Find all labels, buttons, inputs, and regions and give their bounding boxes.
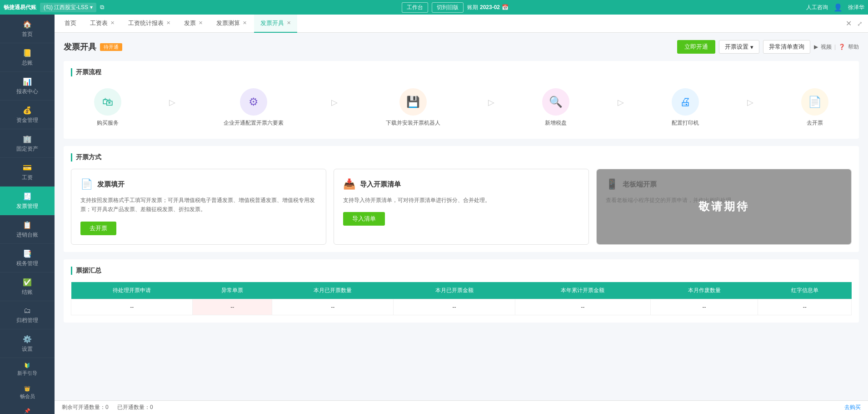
summary-col-1: 异常单票 <box>193 282 272 299</box>
sidebar-pin-button[interactable]: 📌 取消固定 <box>0 404 55 414</box>
close-all-icon[interactable]: ✕ <box>844 19 853 28</box>
method-header-2: 📱 老板端开票 <box>606 178 842 190</box>
sidebar-label: 报表中心 <box>16 88 38 96</box>
tab-工资表[interactable]: 工资表✕ <box>84 15 121 33</box>
tab-首页[interactable]: 首页 <box>58 15 83 33</box>
sidebar-item-总账[interactable]: 📒总账 <box>0 43 55 72</box>
method-icon-2: 📱 <box>606 178 618 190</box>
video-icon: ▶ <box>814 44 818 50</box>
tab-label: 发票开具 <box>260 19 284 27</box>
member-icon: 👑 <box>24 386 30 392</box>
tab-close-icon[interactable]: ✕ <box>166 20 170 26</box>
method-btn-1[interactable]: 导入清单 <box>343 212 385 226</box>
old-version-button[interactable]: 切到旧版 <box>432 2 464 13</box>
sidebar-item-归档管理[interactable]: 🗂归档管理 <box>0 301 55 329</box>
method-desc-0: 支持按照发票格式手工填写开发票；可开具增值税电子普通发票、增值税普通发票、增值税… <box>80 196 317 214</box>
sidebar-item-设置[interactable]: ⚙️设置 <box>0 329 55 358</box>
tab-bar: 首页工资表✕工资统计报表✕发票✕发票测算✕发票开具✕ ✕ ⤢ <box>55 15 868 33</box>
pin-icon: 📌 <box>24 408 30 414</box>
question-icon: ❓ <box>838 44 845 50</box>
step-label-3: 新增税盘 <box>545 119 567 127</box>
sidebar-icon-进销台账: 📋 <box>23 221 32 229</box>
sidebar-item-new-guide[interactable]: 🔰 新手引导 <box>0 358 55 381</box>
step-1: ⚙ 企业开通配置开票六要素 <box>224 88 284 127</box>
sidebar-label: 首页 <box>22 30 33 38</box>
step-icon-1: ⚙ <box>240 88 267 116</box>
status-badge: 待开通 <box>100 43 122 51</box>
method-icon-0: 📄 <box>80 178 93 190</box>
tab-发票测算[interactable]: 发票测算✕ <box>210 15 253 33</box>
sidebar-item-工资[interactable]: 💳工资 <box>0 158 55 187</box>
step-5: 📄 去开票 <box>801 88 828 127</box>
sidebar-item-报表中心[interactable]: 📊报表中心 <box>0 72 55 101</box>
sidebar-label: 总账 <box>22 59 33 67</box>
settings-button[interactable]: 开票设置 ▾ <box>719 40 759 54</box>
summary-section: 票据汇总 待处理开票申请异常单票本月已开票数量本月已开票金额本年累计开票金额本月… <box>64 259 859 323</box>
username[interactable]: 徐泽华 <box>848 4 864 11</box>
step-icon-0: 🛍 <box>94 88 121 116</box>
view-label[interactable]: 视频 <box>821 43 832 51</box>
workspace-button[interactable]: 工作台 <box>402 2 428 13</box>
step-arrow-4: ▷ <box>745 97 755 107</box>
sidebar-icon-首页: 🏠 <box>23 20 32 29</box>
calendar-icon[interactable]: 📅 <box>502 4 509 10</box>
tab-close-icon[interactable]: ✕ <box>110 20 115 26</box>
method-btn-0[interactable]: 去开票 <box>80 222 116 235</box>
step-arrow-1: ▷ <box>329 97 339 107</box>
method-title-0: 发票填开 <box>97 180 125 189</box>
company-selector[interactable]: (勾) 江西股宝-LSS ▾ <box>40 3 96 12</box>
sidebar-label: 固定资产 <box>16 145 38 153</box>
tab-发票开具[interactable]: 发票开具✕ <box>254 15 297 33</box>
sidebar-label: 进销台账 <box>16 231 38 239</box>
customer-service-link[interactable]: 人工咨询 <box>806 4 828 11</box>
summary-col-6: 红字信息单 <box>758 282 852 299</box>
restore-icon[interactable]: ⤢ <box>855 20 864 27</box>
sidebar-item-发票管理[interactable]: 🧾发票管理 <box>0 187 55 215</box>
separator: | <box>834 44 836 50</box>
buy-link[interactable]: 去购买 <box>844 404 861 411</box>
abnormal-query-button[interactable]: 异常清单查询 <box>763 40 810 54</box>
step-icon-3: 🔍 <box>542 88 569 116</box>
summary-cell-5: -- <box>650 299 758 315</box>
sidebar-icon-资金管理: 💰 <box>23 106 32 115</box>
tab-工资统计报表[interactable]: 工资统计报表✕ <box>122 15 177 33</box>
sidebar-item-结账[interactable]: ✅结账 <box>0 273 55 301</box>
sidebar-item-税务管理[interactable]: 📑税务管理 <box>0 244 55 273</box>
method-title-1: 导入开票清单 <box>360 180 401 189</box>
copy-icon[interactable]: ⧉ <box>100 4 104 11</box>
sidebar-label: 发票管理 <box>16 202 38 210</box>
page-header: 发票开具 待开通 立即开通 开票设置 ▾ 异常清单查询 ▶ 视频 | ❓ <box>64 40 859 54</box>
step-label-2: 下载并安装开票机器人 <box>386 119 440 127</box>
sidebar-item-首页[interactable]: 🏠首页 <box>0 15 55 43</box>
sidebar-item-资金管理[interactable]: 💰资金管理 <box>0 101 55 129</box>
summary-cell-0: -- <box>71 299 193 315</box>
help-label[interactable]: 帮助 <box>848 43 859 51</box>
tab-发票[interactable]: 发票✕ <box>178 15 209 33</box>
immediate-open-button[interactable]: 立即开通 <box>677 40 715 54</box>
member-label: 畅会员 <box>20 393 35 400</box>
period-label: 账期 <box>467 4 478 11</box>
summary-table: 待处理开票申请异常单票本月已开票数量本月已开票金额本年累计开票金额本月作废数量红… <box>71 282 852 315</box>
tab-close-icon[interactable]: ✕ <box>243 20 247 26</box>
top-bar-left: 畅捷通易代账 (勾) 江西股宝-LSS ▾ ⧉ <box>4 3 104 12</box>
method-title-2: 老板端开票 <box>623 180 657 189</box>
tab-close-icon[interactable]: ✕ <box>199 20 203 26</box>
step-icon-5: 📄 <box>801 88 828 116</box>
tab-label: 首页 <box>65 19 76 27</box>
sidebar-item-member[interactable]: 👑 畅会员 <box>0 381 55 404</box>
step-icon-4: 🖨 <box>672 88 699 116</box>
app-logo: 畅捷通易代账 <box>4 4 36 11</box>
bottom-bar: 剩余可开通数量：0 已开通数量：0 去购买 <box>55 400 868 414</box>
guide-icon: 🔰 <box>24 363 30 369</box>
method-desc-1: 支持导入待开票清单，可对待开票清单进行拆分、合并处理。 <box>343 196 579 205</box>
main-content-area: 首页工资表✕工资统计报表✕发票✕发票测算✕发票开具✕ ✕ ⤢ 发票开具 待开通 … <box>55 15 868 414</box>
sidebar-item-固定资产[interactable]: 🏢固定资产 <box>0 129 55 158</box>
sidebar-icon-归档管理: 🗂 <box>24 307 31 315</box>
step-label-5: 去开票 <box>807 119 823 127</box>
method-card-2: 📱 老板端开票 查看老板端小程序提交的开票申请，并作出相应处理。 敬请期待 <box>596 169 852 245</box>
sidebar-label: 税务管理 <box>16 260 38 268</box>
view-actions: ▶ 视频 | ❓ 帮助 <box>814 40 859 54</box>
tab-close-icon[interactable]: ✕ <box>287 20 291 26</box>
sidebar-item-进销台账[interactable]: 📋进销台账 <box>0 215 55 244</box>
chevron-down-icon: ▾ <box>90 4 93 10</box>
